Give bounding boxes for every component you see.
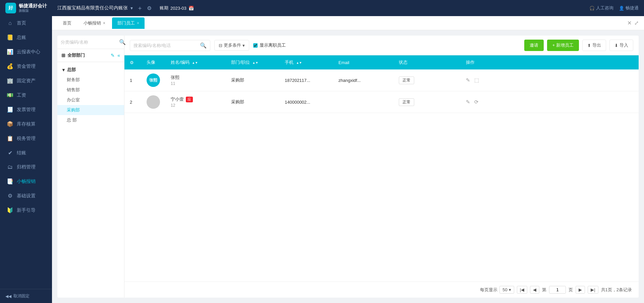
company-name: 江西服宝精品有限责任公司内账张 [57, 5, 128, 11]
sidebar-item-salary-label: 工资 [17, 92, 26, 98]
dept-child-sales[interactable]: 销售部 [57, 85, 124, 95]
period-area: 账期 2023-03 📅 [160, 5, 194, 11]
period-label: 账期 [160, 5, 168, 11]
pin-icon: ◀◀ [5, 294, 11, 299]
sidebar-item-guide[interactable]: 🔰 新手引导 [0, 203, 52, 217]
sidebar-item-general[interactable]: 📒 总账 [0, 30, 52, 45]
row2-avatar-cell [141, 91, 165, 113]
all-dept-label: 全部部门 [67, 52, 85, 58]
sidebar-item-invoice[interactable]: 🧾 发票管理 [0, 102, 52, 117]
page-input[interactable] [549, 286, 566, 294]
sidebar-item-funds[interactable]: 💰 资金管理 [0, 59, 52, 73]
import-btn[interactable]: ⬇ 导入 [609, 40, 633, 51]
dept-collapse-btn[interactable]: « [117, 53, 120, 58]
row2-edit-icon[interactable]: ✎ [466, 99, 470, 105]
row1-status-badge: 正常 [399, 77, 414, 84]
content-area: 首页 小畅报销 × 部门员工 × ✕ ⤢ 🔍 [52, 16, 644, 303]
tab-close-all-btn[interactable]: ✕ [627, 20, 632, 26]
dept-child-purchase[interactable]: 采购部 [57, 105, 124, 115]
sidebar-item-salary[interactable]: 💵 工资 [0, 88, 52, 102]
filter-icon: ⊟ [219, 43, 222, 48]
consult-btn[interactable]: 🎧 人工咨询 [589, 5, 613, 11]
emp-toolbar: 🔍 ⊟ 更多条件 ▾ 显示离职员工 邀 [124, 36, 639, 55]
calendar-icon[interactable]: 📅 [189, 6, 194, 11]
checkout-icon: ✔ [7, 150, 13, 156]
user-icon: 👤 [619, 6, 624, 11]
company-selector[interactable]: 江西服宝精品有限责任公司内账张 ▾ [57, 5, 133, 11]
dept-child-finance-label: 财务部 [67, 77, 80, 82]
sidebar-item-tax-label: 税务管理 [17, 136, 36, 142]
add-icon[interactable]: ＋ [137, 4, 143, 12]
sidebar-item-archive[interactable]: 🗂 归档管理 [0, 160, 52, 174]
page-size-dropdown[interactable]: 50 ▾ [499, 286, 514, 294]
tab-dept-emp[interactable]: 部门员工 × [112, 17, 145, 29]
filter-btn[interactable]: ⊟ 更多条件 ▾ [214, 40, 249, 51]
emp-search-input[interactable] [133, 43, 198, 48]
table-row: 2 宁小壹 应 [124, 91, 639, 113]
dept-child-purchase-label: 采购部 [67, 107, 80, 112]
th-settings[interactable]: ⚙ [124, 55, 141, 69]
xiaochang-icon: 📑 [7, 178, 13, 185]
sidebar-item-tax[interactable]: 📋 税务管理 [0, 131, 52, 146]
first-page-btn[interactable]: |◀ [517, 286, 527, 294]
row1-dept: 采购部 [226, 69, 279, 91]
th-phone[interactable]: 手机 ▲▼ [279, 55, 333, 69]
sidebar-item-assets[interactable]: 🏢 固定资产 [0, 73, 52, 88]
dept-group-general: ▼ 总部 财务部 销售部 办公室 [57, 65, 124, 125]
total-label: 共1页，2条记录 [601, 287, 632, 293]
last-page-btn[interactable]: ▶| [588, 286, 598, 294]
emp-table: ⚙ 头像 姓名/编码 ▲▼ [124, 55, 639, 282]
prev-page-btn[interactable]: ◀ [530, 286, 539, 294]
sidebar-item-general-label: 总账 [17, 35, 26, 41]
row1-code: 11 [171, 81, 220, 86]
tab-dept-emp-close[interactable]: × [137, 21, 139, 26]
row2-avatar [147, 95, 160, 109]
emp-search-icon[interactable]: 🔍 [200, 42, 207, 49]
user-btn[interactable]: 👤 畅捷通 [619, 5, 639, 11]
row1-avatar: 张熙 [147, 73, 160, 87]
home-icon: ⌂ [7, 20, 13, 26]
dept-search-input[interactable] [61, 40, 117, 45]
sort-name-icon: ▲▼ [192, 61, 198, 64]
row2-email [333, 91, 393, 113]
row1-logout-icon[interactable]: ⬚ [474, 77, 479, 83]
gear-icon[interactable]: ⚙ [147, 5, 152, 11]
dept-child-general-dept[interactable]: 总 部 [57, 115, 124, 125]
company-dropdown-icon[interactable]: ▾ [130, 5, 133, 11]
tab-xiaochang-close[interactable]: × [103, 21, 105, 26]
dept-edit-btn[interactable]: ✎ [111, 53, 115, 58]
th-email: Email [333, 55, 393, 69]
show-left-checkbox[interactable] [253, 43, 258, 48]
dept-employee-layout: 🔍 ⊞ 全部部门 ✎ « [57, 36, 639, 298]
unpin-btn[interactable]: ◀◀ 取消固定 [0, 289, 52, 303]
row2-delete-icon[interactable]: ⟳ [474, 99, 479, 105]
pagination: 每页显示 50 ▾ |◀ ◀ 第 页 ▶ ▶| 共1页， [124, 282, 639, 298]
sidebar-item-home-label: 首页 [17, 20, 26, 26]
th-dept[interactable]: 部门/职位 ▲▼ [226, 55, 279, 69]
dept-child-office-label: 办公室 [67, 97, 80, 102]
dept-child-office[interactable]: 办公室 [57, 95, 124, 105]
add-employee-btn[interactable]: + 新增员工 [547, 40, 579, 51]
tab-bar: 首页 小畅报销 × 部门员工 × ✕ ⤢ [52, 16, 644, 30]
sidebar-item-reports[interactable]: 📊 云报表中心 [0, 45, 52, 59]
sidebar-item-settings[interactable]: ⚙ 基础设置 [0, 189, 52, 203]
th-name[interactable]: 姓名/编码 ▲▼ [165, 55, 226, 69]
salary-icon: 💵 [7, 92, 13, 98]
tab-home[interactable]: 首页 [57, 17, 77, 29]
sidebar-item-checkout[interactable]: ✔ 结账 [0, 146, 52, 160]
sidebar-item-assets-label: 固定资产 [17, 78, 36, 84]
add-employee-label: + 新增员工 [552, 42, 574, 48]
tab-expand-btn[interactable]: ⤢ [634, 20, 639, 26]
tab-xiaochang[interactable]: 小畅报销 × [78, 17, 111, 29]
next-page-btn[interactable]: ▶ [576, 286, 585, 294]
export-btn[interactable]: ⬆ 导出 [582, 40, 606, 51]
sidebar-item-xiaochang[interactable]: 📑 小畅报销 [0, 174, 52, 189]
dept-child-finance[interactable]: 财务部 [57, 75, 124, 85]
row1-phone: 187202117... [279, 69, 333, 91]
invite-btn[interactable]: 邀请 [524, 40, 544, 51]
sidebar-item-inventory[interactable]: 📦 库存核算 [0, 117, 52, 131]
all-dept-btn[interactable]: ⊞ 全部部门 [61, 52, 85, 58]
dept-group-name[interactable]: ▼ 总部 [57, 65, 124, 75]
row1-edit-icon[interactable]: ✎ [466, 77, 470, 83]
sidebar-item-home[interactable]: ⌂ 首页 [0, 16, 52, 30]
